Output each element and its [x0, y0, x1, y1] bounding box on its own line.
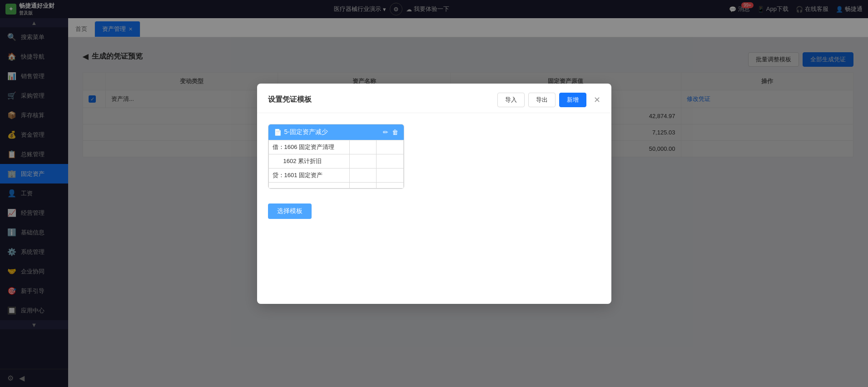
- template-accounts-table: 借：1606 固定资产清理 1602 累计折旧 贷：1601 固定资产: [268, 140, 404, 189]
- amount-col-6: [377, 168, 403, 182]
- template-doc-icon: 📄: [274, 129, 282, 136]
- account-entry-1: 借：1606 固定资产清理: [268, 140, 349, 154]
- new-template-btn[interactable]: 新增: [559, 93, 586, 107]
- account-entry-4: [268, 182, 349, 188]
- modal-header: 设置凭证模板 导入 导出 新增 ✕: [257, 84, 611, 113]
- select-template-btn[interactable]: 选择模板: [268, 203, 312, 219]
- modal-overlay[interactable]: 设置凭证模板 导入 导出 新增 ✕ 📄 5-固定资产减少 ✏ 🗑: [0, 0, 868, 387]
- amount-col-3: [349, 154, 376, 168]
- amount-col-8: [377, 182, 403, 188]
- template-row-3: 贷：1601 固定资产: [268, 168, 403, 182]
- modal-body: 📄 5-固定资产减少 ✏ 🗑 借：1606 固定资产清理: [257, 113, 611, 304]
- modal-header-actions: 导入 导出 新增 ✕: [497, 93, 600, 107]
- template-header-label: 5-固定资产减少: [284, 128, 328, 136]
- amount-col-2: [377, 140, 403, 154]
- template-card-header-left: 📄 5-固定资产减少: [274, 128, 328, 136]
- account-entry-3: 贷：1601 固定资产: [268, 168, 349, 182]
- account-entry-2: 1602 累计折旧: [268, 154, 349, 168]
- amount-col-5: [349, 168, 376, 182]
- template-card: 📄 5-固定资产减少 ✏ 🗑 借：1606 固定资产清理: [268, 124, 404, 189]
- template-delete-icon[interactable]: 🗑: [392, 129, 398, 136]
- template-card-header-actions: ✏ 🗑: [383, 129, 398, 136]
- amount-col-1: [349, 140, 376, 154]
- export-btn[interactable]: 导出: [528, 93, 556, 107]
- template-row-4: [268, 182, 403, 188]
- select-template-wrapper: 选择模板: [268, 196, 600, 219]
- amount-col-7: [349, 182, 376, 188]
- template-edit-icon[interactable]: ✏: [383, 129, 388, 136]
- amount-col-4: [377, 154, 403, 168]
- template-row-2: 1602 累计折旧: [268, 154, 403, 168]
- template-card-header: 📄 5-固定资产减少 ✏ 🗑: [268, 124, 404, 140]
- modal-close-btn[interactable]: ✕: [594, 95, 600, 105]
- modal-title: 设置凭证模板: [268, 95, 312, 104]
- voucher-template-modal: 设置凭证模板 导入 导出 新增 ✕ 📄 5-固定资产减少 ✏ 🗑: [257, 84, 611, 304]
- template-row-1: 借：1606 固定资产清理: [268, 140, 403, 154]
- import-btn[interactable]: 导入: [497, 93, 525, 107]
